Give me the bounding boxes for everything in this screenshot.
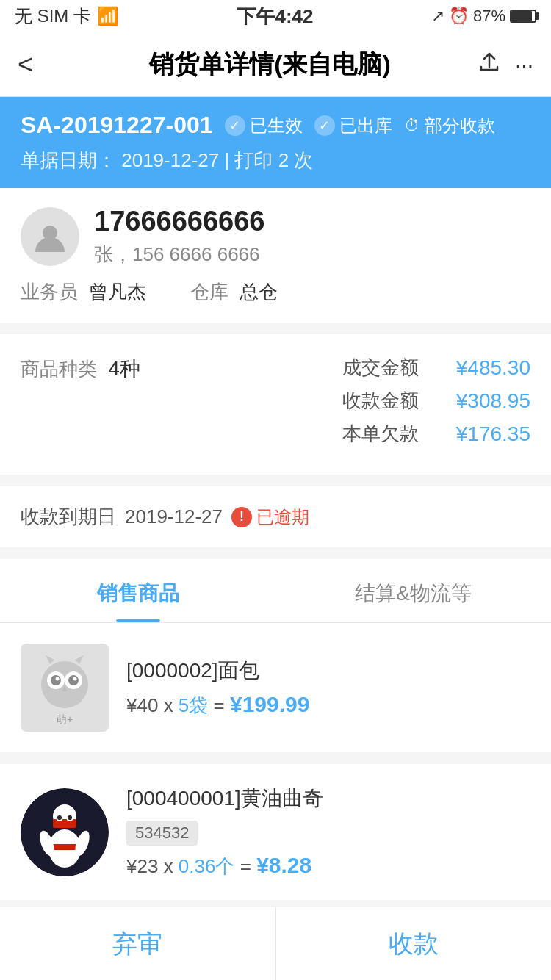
due-date-section: 收款到期日 2019-12-27 ! 已逾期 xyxy=(0,486,551,547)
badge-partial: ⏱ 部分收款 xyxy=(404,114,495,137)
received-label: 收款金额 xyxy=(342,388,419,414)
share-icon[interactable] xyxy=(478,51,500,78)
product-item: 萌+ [0000002]面包 ¥40 x 5袋 = ¥199.99 xyxy=(0,623,551,752)
received-value: ¥308.95 xyxy=(428,389,530,413)
badge-shipped-label: 已出库 xyxy=(339,114,392,137)
tab-settlement-label: 结算&物流等 xyxy=(355,582,472,605)
customer-meta: 业务员 曾凡杰 仓库 总仓 xyxy=(21,279,530,305)
product-name-cookie: [000400001]黄油曲奇 xyxy=(126,785,530,813)
time-display: 下午4:42 xyxy=(237,4,313,29)
customer-avatar xyxy=(21,207,79,266)
overdue-icon: ! xyxy=(231,507,252,527)
due-date: 2019-12-27 xyxy=(125,505,223,528)
svg-point-19 xyxy=(68,815,72,820)
alarm-icon: ⏰ xyxy=(449,7,469,26)
battery-text: 87% xyxy=(473,7,505,26)
wifi-icon: 📶 xyxy=(97,6,119,26)
svg-point-2 xyxy=(41,661,88,708)
print-info: | 打印 2 次 xyxy=(224,149,313,171)
svg-point-7 xyxy=(56,677,60,681)
owed-row: 本单欠款 ¥176.35 xyxy=(342,421,530,447)
more-icon[interactable]: ··· xyxy=(515,52,533,77)
date-label: 单据日期： xyxy=(21,149,116,171)
tabs-bar: 销售商品 结算&物流等 xyxy=(0,559,551,623)
bread-unit-price: ¥40 xyxy=(126,694,158,716)
carrier-text: 无 SIM 卡 xyxy=(15,4,91,28)
kind-label: 商品种类 xyxy=(21,358,97,380)
bottom-action-bar: 弃审 收款 xyxy=(0,907,551,980)
customer-phone: 17666666666 xyxy=(94,206,264,237)
badge-active-label: 已生效 xyxy=(250,114,303,137)
tab-settlement[interactable]: 结算&物流等 xyxy=(276,559,551,622)
bread-total: ¥199.99 xyxy=(230,692,309,716)
owed-label: 本单欠款 xyxy=(342,421,419,447)
status-left: 无 SIM 卡 📶 xyxy=(15,4,119,28)
overdue-text: 已逾期 xyxy=(256,505,309,529)
nav-actions: ··· xyxy=(478,51,533,78)
warehouse-name: 总仓 xyxy=(240,281,278,303)
status-bar: 无 SIM 卡 📶 下午4:42 ↗ ⏰ 87% xyxy=(0,0,551,32)
order-date: 2019-12-27 xyxy=(121,149,219,171)
stats-grid: 商品种类 4种 成交金额 ¥485.30 收款金额 ¥308.95 本单欠款 ¥… xyxy=(21,355,530,454)
product-price-bread: ¥40 x 5袋 = ¥199.99 xyxy=(126,692,530,718)
badge-active: ✓ 已生效 xyxy=(225,114,303,137)
svg-point-6 xyxy=(68,675,79,685)
battery-icon xyxy=(510,10,536,23)
badge-shipped: ✓ 已出库 xyxy=(314,114,392,137)
badge-partial-label: 部分收款 xyxy=(425,114,495,137)
tab-sales-products-label: 销售商品 xyxy=(97,582,179,605)
bread-qty: 5袋 xyxy=(179,694,208,716)
check-icon-2: ✓ xyxy=(314,115,335,136)
cookie-total: ¥8.28 xyxy=(256,853,311,877)
svg-text:萌+: 萌+ xyxy=(57,713,73,725)
salesperson-name: 曾凡杰 xyxy=(89,281,146,303)
customer-section: 17666666666 张，156 6666 6666 业务员 曾凡杰 仓库 总… xyxy=(0,188,551,323)
status-right: ↗ ⏰ 87% xyxy=(431,7,536,26)
customer-name-phone: 张，156 6666 6666 xyxy=(94,242,264,267)
received-row: 收款金额 ¥308.95 xyxy=(342,388,530,414)
amount-row: 成交金额 ¥485.30 xyxy=(342,355,530,381)
product-thumb-bread: 萌+ xyxy=(21,644,109,732)
product-item: [000400001]黄油曲奇 534532 ¥23 x 0.36个 = ¥8.… xyxy=(0,764,551,900)
salesperson-info: 业务员 曾凡杰 xyxy=(21,279,146,305)
product-tag-cookie: 534532 xyxy=(126,821,198,846)
nav-bar: < 销货单详情(来自电脑) ··· xyxy=(0,32,551,97)
overdue-badge: ! 已逾期 xyxy=(231,505,309,529)
collect-payment-button[interactable]: 收款 xyxy=(276,907,552,980)
order-status-row: SA-20191227-001 ✓ 已生效 ✓ 已出库 ⏱ 部分收款 xyxy=(21,112,530,139)
order-id: SA-20191227-001 xyxy=(21,112,213,139)
product-name-bread: [0000002]面包 xyxy=(126,657,530,685)
product-thumb-cookie xyxy=(21,788,109,876)
product-info-bread: [0000002]面包 ¥40 x 5袋 = ¥199.99 xyxy=(126,657,530,718)
product-info-cookie: [000400001]黄油曲奇 534532 ¥23 x 0.36个 = ¥8.… xyxy=(126,785,530,879)
warehouse-info: 仓库 总仓 xyxy=(190,279,278,305)
salesperson-label: 业务员 xyxy=(21,281,78,303)
customer-row: 17666666666 张，156 6666 6666 xyxy=(21,206,530,267)
customer-details: 17666666666 张，156 6666 6666 xyxy=(94,206,264,267)
check-icon-1: ✓ xyxy=(225,115,245,136)
location-icon: ↗ xyxy=(431,7,444,26)
svg-rect-21 xyxy=(50,844,79,850)
svg-point-8 xyxy=(73,677,77,681)
product-price-cookie: ¥23 x 0.36个 = ¥8.28 xyxy=(126,853,530,879)
amount-value: ¥485.30 xyxy=(428,356,530,380)
product-kind-info: 商品种类 4种 xyxy=(21,355,140,383)
stats-section: 商品种类 4种 成交金额 ¥485.30 收款金额 ¥308.95 本单欠款 ¥… xyxy=(0,334,551,475)
svg-rect-15 xyxy=(53,819,76,828)
svg-point-5 xyxy=(51,675,61,685)
page-title: 销货单详情(来自电脑) xyxy=(62,48,478,82)
clock-icon: ⏱ xyxy=(404,116,420,135)
cookie-unit-price: ¥23 xyxy=(126,855,158,877)
cancel-review-button[interactable]: 弃审 xyxy=(0,907,276,980)
amount-label: 成交金额 xyxy=(342,355,419,381)
amount-info: 成交金额 ¥485.30 收款金额 ¥308.95 本单欠款 ¥176.35 xyxy=(342,355,530,454)
back-button[interactable]: < xyxy=(18,49,62,80)
owed-value: ¥176.35 xyxy=(428,422,530,446)
tab-sales-products[interactable]: 销售商品 xyxy=(0,559,276,622)
kind-value: 4种 xyxy=(108,357,140,380)
warehouse-label: 仓库 xyxy=(190,281,228,303)
cookie-qty: 0.36个 xyxy=(179,855,235,877)
svg-point-18 xyxy=(57,815,62,820)
order-date-row: 单据日期： 2019-12-27 | 打印 2 次 xyxy=(21,148,530,173)
due-label: 收款到期日 xyxy=(21,504,116,530)
